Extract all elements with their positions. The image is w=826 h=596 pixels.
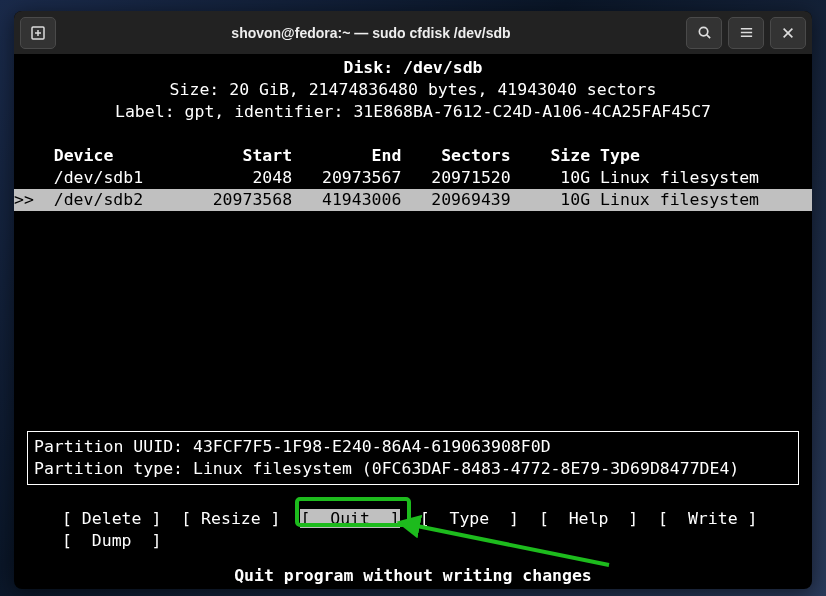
new-tab-button[interactable] [20,17,56,49]
titlebar: shovon@fedora:~ — sudo cfdisk /dev/sdb [14,11,812,55]
menu-help[interactable]: [ Help ] [539,509,638,528]
disk-size: Size: 20 GiB, 21474836480 bytes, 4194304… [14,79,812,101]
window-title: shovon@fedora:~ — sudo cfdisk /dev/sdb [56,25,686,41]
close-window-button[interactable] [770,17,806,49]
menu-icon [739,25,754,40]
hamburger-menu-button[interactable] [728,17,764,49]
partition-info-box: Partition UUID: 43FCF7F5-1F98-E240-86A4-… [27,431,799,485]
search-icon [697,25,712,40]
menu-dump[interactable]: [ Dump ] [62,531,161,550]
menu-delete[interactable]: [ Delete ] [62,509,161,528]
menu-row: [ Delete ] [ Resize ] [ Quit ] [ Type ] … [14,508,812,530]
menu-resize[interactable]: [ Resize ] [181,509,280,528]
table-row[interactable]: >> /dev/sdb2 20973568 41943006 20969439 … [14,189,812,211]
svg-line-4 [706,35,709,38]
partition-table-header: Device Start End Sectors Size Type [14,145,812,167]
menu-write[interactable]: [ Write ] [658,509,757,528]
close-icon [781,26,795,40]
menu-row-2: [ Dump ] [14,530,812,552]
svg-point-3 [699,27,707,35]
search-button[interactable] [686,17,722,49]
table-row[interactable]: /dev/sdb1 2048 20973567 20971520 10G Lin… [14,167,812,189]
new-tab-icon [30,25,46,41]
menu-type[interactable]: [ Type ] [420,509,519,528]
partition-uuid: Partition UUID: 43FCF7F5-1F98-E240-86A4-… [34,436,792,458]
partition-type: Partition type: Linux filesystem (0FC63D… [34,458,792,480]
disk-label: Label: gpt, identifier: 31E868BA-7612-C2… [14,101,812,123]
disk-title: Disk: /dev/sdb [14,57,812,79]
menu-quit[interactable]: [ Quit ] [300,509,399,528]
status-line: Quit program without writing changes [14,565,812,587]
terminal-body[interactable]: Disk: /dev/sdb Size: 20 GiB, 21474836480… [14,55,812,589]
terminal-window: shovon@fedora:~ — sudo cfdisk /dev/sdb [14,11,812,589]
